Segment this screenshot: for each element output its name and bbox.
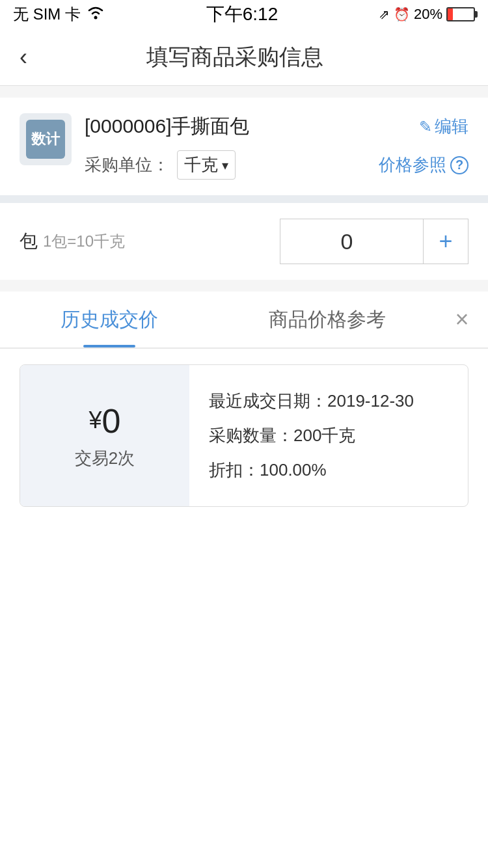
svg-point-0 xyxy=(94,16,98,20)
quantity-row-detail: 采购数量：200千克 xyxy=(209,423,448,448)
location-icon: ⇗ xyxy=(379,7,390,22)
quantity-row: 包 1包=10千克 + xyxy=(0,203,488,280)
bottom-sheet: 历史成交价 商品价格参考 × ¥0 交易2次 最近成交日期：2019-12-30… xyxy=(0,292,488,522)
back-button[interactable]: ‹ xyxy=(20,44,27,71)
history-card: ¥0 交易2次 最近成交日期：2019-12-30 采购数量：200千克 折扣：… xyxy=(20,364,468,507)
quantity-input[interactable] xyxy=(280,219,423,264)
unit-icon: 包 xyxy=(20,229,38,254)
purchase-unit-label: 采购单位： xyxy=(85,154,169,176)
product-thumbnail: 数计 xyxy=(20,113,72,165)
history-price-summary: ¥0 交易2次 xyxy=(20,365,189,506)
quantity-label: 采购数量： xyxy=(209,426,293,445)
tab-history-price[interactable]: 历史成交价 xyxy=(0,292,218,347)
section-divider xyxy=(0,195,488,203)
recent-date-label: 最近成交日期： xyxy=(209,391,327,411)
empty-content-area xyxy=(0,522,488,868)
quantity-control: + xyxy=(280,219,468,264)
product-name-row: [0000006]手撕面包 ✎ 编辑 xyxy=(85,113,468,140)
page-title: 填写商品采购信息 xyxy=(40,42,429,72)
unit-select[interactable]: 千克 ▾ xyxy=(177,150,236,180)
purchase-unit-left: 采购单位： 千克 ▾ xyxy=(85,150,236,180)
unit-label: 包 1包=10千克 xyxy=(20,229,125,254)
history-price: ¥0 xyxy=(89,401,121,441)
dropdown-icon: ▾ xyxy=(222,157,228,173)
price-symbol: ¥ xyxy=(89,407,102,434)
tab-price-reference[interactable]: 商品价格参考 xyxy=(218,292,436,347)
purchase-unit-row: 采购单位： 千克 ▾ 价格参照 ? xyxy=(85,150,468,180)
unit-value: 千克 xyxy=(184,154,218,176)
alarm-icon: ⏰ xyxy=(394,7,410,22)
recent-date-row: 最近成交日期：2019-12-30 xyxy=(209,388,448,414)
tab-bar: 历史成交价 商品价格参考 × xyxy=(0,292,488,349)
battery-icon xyxy=(446,7,475,21)
status-bar: 无 SIM 卡 下午6:12 ⇗ ⏰ 20% xyxy=(0,0,488,29)
status-left: 无 SIM 卡 xyxy=(13,4,105,25)
quantity-plus-button[interactable]: + xyxy=(423,219,468,264)
quantity-value: 200千克 xyxy=(293,426,355,445)
product-name: [0000006]手撕面包 xyxy=(85,113,249,140)
discount-row: 折扣：100.00% xyxy=(209,457,448,483)
price-ref-label: 价格参照 xyxy=(379,154,446,176)
product-card: 数计 [0000006]手撕面包 ✎ 编辑 采购单位： 千克 ▾ xyxy=(0,98,488,195)
edit-label: 编辑 xyxy=(435,115,468,138)
recent-date-value: 2019-12-30 xyxy=(327,391,414,411)
status-right: ⇗ ⏰ 20% xyxy=(379,6,475,23)
history-trades: 交易2次 xyxy=(75,447,135,470)
carrier-text: 无 SIM 卡 xyxy=(13,4,81,25)
help-icon: ? xyxy=(450,156,468,174)
edit-button[interactable]: ✎ 编辑 xyxy=(419,115,468,138)
status-time: 下午6:12 xyxy=(206,2,278,27)
battery-percent: 20% xyxy=(414,6,442,23)
product-info: [0000006]手撕面包 ✎ 编辑 采购单位： 千克 ▾ 价格参照 ? xyxy=(85,113,468,180)
unit-conversion: 1包=10千克 xyxy=(43,231,125,252)
discount-label: 折扣： xyxy=(209,460,260,480)
product-header: 数计 [0000006]手撕面包 ✎ 编辑 采购单位： 千克 ▾ xyxy=(20,113,468,180)
discount-value: 100.00% xyxy=(260,460,327,480)
nav-bar: ‹ 填写商品采购信息 xyxy=(0,29,488,86)
tab-history-label: 历史成交价 xyxy=(61,306,158,333)
wifi-icon xyxy=(86,5,105,23)
price-ref-button[interactable]: 价格参照 ? xyxy=(379,154,468,176)
thumb-logo-text: 数计 xyxy=(26,120,65,159)
price-value: 0 xyxy=(102,402,121,440)
history-details: 最近成交日期：2019-12-30 采购数量：200千克 折扣：100.00% xyxy=(189,365,468,506)
tab-price-ref-label: 商品价格参考 xyxy=(269,306,386,333)
edit-icon: ✎ xyxy=(419,118,432,136)
tab-close-button[interactable]: × xyxy=(436,306,488,333)
history-content: ¥0 交易2次 最近成交日期：2019-12-30 采购数量：200千克 折扣：… xyxy=(0,349,488,522)
